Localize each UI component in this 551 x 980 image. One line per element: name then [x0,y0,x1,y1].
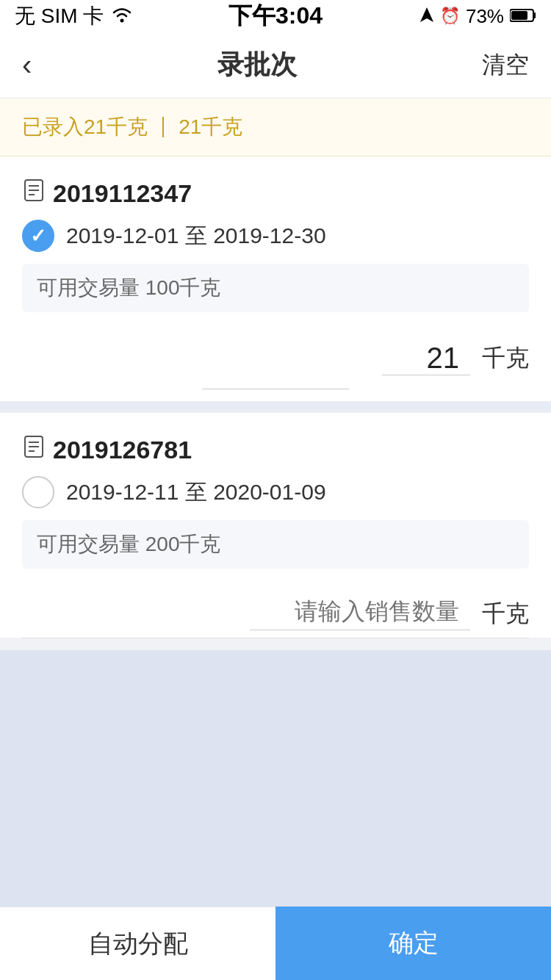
summary-bar: 已录入21千克 21千克 [0,98,551,156]
input-row-2: 千克 [0,583,551,638]
quantity-unit-2: 千克 [482,598,529,630]
batch-date-1: 2019-12-01 至 2019-12-30 [66,221,326,251]
carrier-label: 无 SIM 卡 [15,2,104,30]
recorded-label: 已录入21千克 [22,113,148,141]
svg-point-0 [120,19,124,23]
batch-date-row-2[interactable]: 2019-12-11 至 2020-01-09 [22,476,529,508]
quantity-input-2[interactable] [250,598,470,630]
svg-rect-4 [511,11,527,20]
page-title: 录批次 [217,47,297,83]
quantity-row-1: 千克 [0,327,551,383]
wifi-icon [111,4,133,28]
status-bar: 无 SIM 卡 下午3:04 ⏰ 73% [0,0,551,32]
batch-header-2: 2019126781 [22,435,529,464]
status-time: 下午3:04 [228,0,323,32]
summary-value: 21千克 [179,113,242,141]
svg-rect-3 [533,12,536,18]
back-button[interactable]: ‹ [22,48,32,82]
batch-id-1: 2019112347 [53,179,192,208]
batch-id-icon-2 [22,435,46,464]
location-icon [419,5,434,28]
battery-percent: 73% [466,5,504,28]
alarm-icon: ⏰ [440,7,460,26]
batch-id-icon-1 [22,179,46,208]
summary-divider [162,117,164,137]
confirm-button[interactable]: 确定 [276,907,551,980]
quantity-unit-1: 千克 [482,342,529,375]
quantity-input-1[interactable] [382,342,470,375]
batch-avail-2: 可用交易量 200千克 [22,520,529,569]
batch-radio-1[interactable] [22,220,54,252]
batch-header-1: 2019112347 [22,179,529,208]
divider-1 [202,389,349,389]
status-right: ⏰ 73% [419,5,536,28]
auto-distribute-button[interactable]: 自动分配 [0,907,276,980]
batch-card-1: 2019112347 2019-12-01 至 2019-12-30 可用交易量… [0,156,551,327]
batch-date-2: 2019-12-11 至 2020-01-09 [66,478,326,508]
batch-id-2: 2019126781 [53,436,192,464]
section-gap [0,401,551,413]
status-left: 无 SIM 卡 [15,2,133,30]
batch-date-row-1[interactable]: 2019-12-01 至 2019-12-30 [22,220,529,252]
nav-bar: ‹ 录批次 清空 [0,32,551,98]
clear-button[interactable]: 清空 [482,49,529,82]
footer: 自动分配 确定 [0,907,551,980]
battery-icon [510,5,536,28]
batch-radio-2[interactable] [22,476,54,508]
svg-marker-1 [420,7,433,22]
batch-avail-1: 可用交易量 100千克 [22,264,529,312]
batch-card-2: 2019126781 2019-12-11 至 2020-01-09 可用交易量… [0,413,551,583]
